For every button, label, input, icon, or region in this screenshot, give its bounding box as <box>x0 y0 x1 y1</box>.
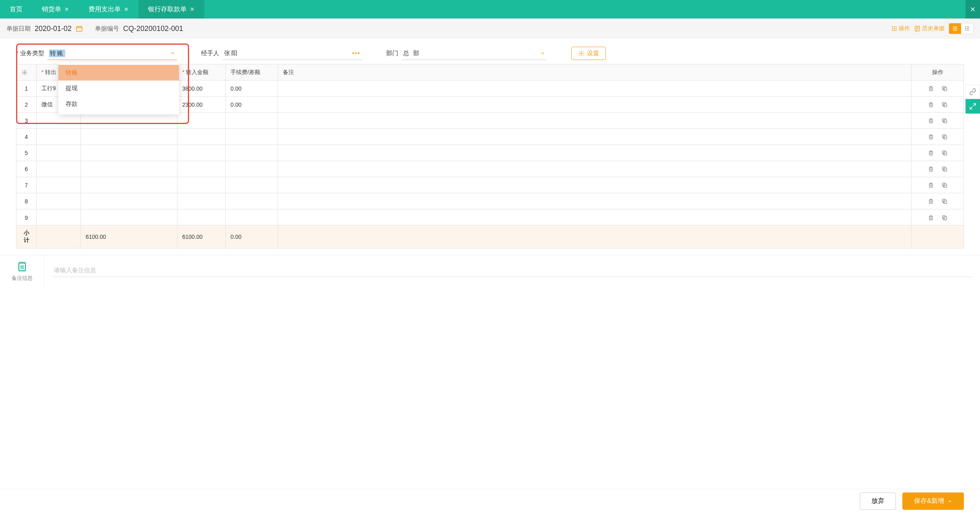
cell-fee[interactable] <box>226 193 278 209</box>
cell-in-amt[interactable]: 2300.00 <box>177 97 226 113</box>
cell-out[interactable] <box>37 193 81 209</box>
cell-in-amt[interactable]: 3800.00 <box>177 81 226 97</box>
cell-out[interactable] <box>37 129 81 145</box>
cell-out[interactable] <box>37 209 81 225</box>
cell-remark[interactable] <box>278 129 912 145</box>
cell-remark[interactable] <box>278 161 912 177</box>
cell-fee[interactable]: 0.00 <box>226 81 278 97</box>
delete-row-button[interactable] <box>928 150 934 156</box>
table-row[interactable]: 8 <box>16 193 964 209</box>
cell-in-acct[interactable] <box>81 161 177 177</box>
copy-row-button[interactable] <box>941 85 948 92</box>
delete-row-button[interactable] <box>928 166 934 172</box>
cell-remark[interactable] <box>278 97 912 113</box>
close-icon[interactable]: ✕ <box>190 6 195 12</box>
cell-in-amt[interactable] <box>177 113 226 129</box>
delete-row-button[interactable] <box>928 85 934 92</box>
cell-in-amt[interactable] <box>177 209 226 225</box>
tab-home[interactable]: 首页 <box>0 0 32 19</box>
copy-row-button[interactable] <box>941 166 948 172</box>
copy-row-button[interactable] <box>941 182 948 188</box>
gear-header[interactable] <box>16 64 37 81</box>
dropdown-item-transfer[interactable]: 转账 <box>58 65 179 81</box>
cell-remark[interactable] <box>278 177 912 193</box>
dropdown-item-withdraw[interactable]: 提现 <box>58 81 179 96</box>
delete-row-button[interactable] <box>928 101 934 108</box>
cell-in-amt[interactable] <box>177 177 226 193</box>
cell-out[interactable] <box>37 177 81 193</box>
cell-remark[interactable] <box>278 113 912 129</box>
cell-in-acct[interactable] <box>81 113 177 129</box>
cell-remark[interactable] <box>278 145 912 161</box>
cell-fee[interactable]: 0.00 <box>226 97 278 113</box>
docno-value: CQ-20200102-001 <box>123 25 183 33</box>
copy-row-button[interactable] <box>941 198 948 205</box>
delete-row-button[interactable] <box>928 118 934 124</box>
table-row[interactable]: 4 <box>16 129 964 145</box>
cell-fee[interactable] <box>226 145 278 161</box>
remark-label-text: 备注信息 <box>12 275 33 282</box>
remark-input[interactable] <box>52 263 972 277</box>
calendar-icon[interactable] <box>76 25 83 32</box>
dropdown-item-deposit[interactable]: 存款 <box>58 96 179 112</box>
info-bar: 单据日期 2020-01-02 单据编号 CQ-20200102-001 操作 … <box>0 19 980 39</box>
col-remark: 备注 <box>278 64 912 81</box>
dept-select[interactable]: 总 部 <box>401 47 547 60</box>
delete-row-button[interactable] <box>928 215 934 221</box>
biz-type-value: 转账 <box>49 50 65 57</box>
view-grid-button[interactable] <box>961 23 973 34</box>
delete-row-button[interactable] <box>928 134 934 140</box>
copy-row-button[interactable] <box>941 150 948 156</box>
copy-row-button[interactable] <box>941 215 948 221</box>
cell-fee[interactable] <box>226 161 278 177</box>
cell-out[interactable] <box>37 161 81 177</box>
table-row[interactable]: 6 <box>16 161 964 177</box>
table-row[interactable]: 7 <box>16 177 964 193</box>
cell-remark[interactable] <box>278 193 912 209</box>
cell-fee[interactable] <box>226 177 278 193</box>
cell-in-acct[interactable] <box>81 145 177 161</box>
subtotal-fee: 0.00 <box>226 225 278 248</box>
handler-select[interactable]: 张阳 ••• <box>222 47 362 60</box>
table-row[interactable]: 3 <box>16 113 964 129</box>
cell-in-acct[interactable] <box>81 177 177 193</box>
cell-in-amt[interactable] <box>177 193 226 209</box>
dept-label: 部门 <box>386 50 398 57</box>
ops-button[interactable]: 操作 <box>891 25 910 32</box>
close-icon[interactable]: ✕ <box>124 6 129 12</box>
table-row[interactable]: 9 <box>16 209 964 225</box>
copy-row-button[interactable] <box>941 134 948 140</box>
delete-row-button[interactable] <box>928 182 934 188</box>
cell-in-acct[interactable] <box>81 129 177 145</box>
cell-out[interactable] <box>37 145 81 161</box>
table-row[interactable]: 5 <box>16 145 964 161</box>
cell-remark[interactable] <box>278 81 912 97</box>
cell-in-amt[interactable] <box>177 129 226 145</box>
view-list-button[interactable] <box>949 23 961 34</box>
date-label: 单据日期 <box>6 25 31 33</box>
close-icon[interactable]: ✕ <box>64 6 69 12</box>
date-value[interactable]: 2020-01-02 <box>35 25 72 33</box>
cell-fee[interactable] <box>226 129 278 145</box>
tab-sales[interactable]: 销货单 ✕ <box>32 0 79 19</box>
copy-row-button[interactable] <box>941 101 948 108</box>
biz-type-select[interactable]: 转账 <box>47 47 177 60</box>
settings-button[interactable]: 设置 <box>571 47 606 60</box>
history-button[interactable]: 历史单据 <box>914 25 945 32</box>
cell-fee[interactable] <box>226 113 278 129</box>
delete-row-button[interactable] <box>928 198 934 205</box>
cell-fee[interactable] <box>226 209 278 225</box>
tab-expense[interactable]: 费用支出单 ✕ <box>79 0 138 19</box>
close-all-button[interactable] <box>966 0 980 19</box>
copy-row-button[interactable] <box>941 118 948 124</box>
link-button[interactable] <box>966 85 980 99</box>
cell-in-acct[interactable] <box>81 209 177 225</box>
cell-in-amt[interactable] <box>177 161 226 177</box>
cell-out[interactable] <box>37 113 81 129</box>
cell-in-acct[interactable] <box>81 193 177 209</box>
cell-in-amt[interactable] <box>177 145 226 161</box>
tab-bank-label: 银行存取款单 <box>148 5 187 14</box>
tab-bank[interactable]: 银行存取款单 ✕ <box>138 0 204 19</box>
expand-button[interactable] <box>966 99 980 114</box>
cell-remark[interactable] <box>278 209 912 225</box>
